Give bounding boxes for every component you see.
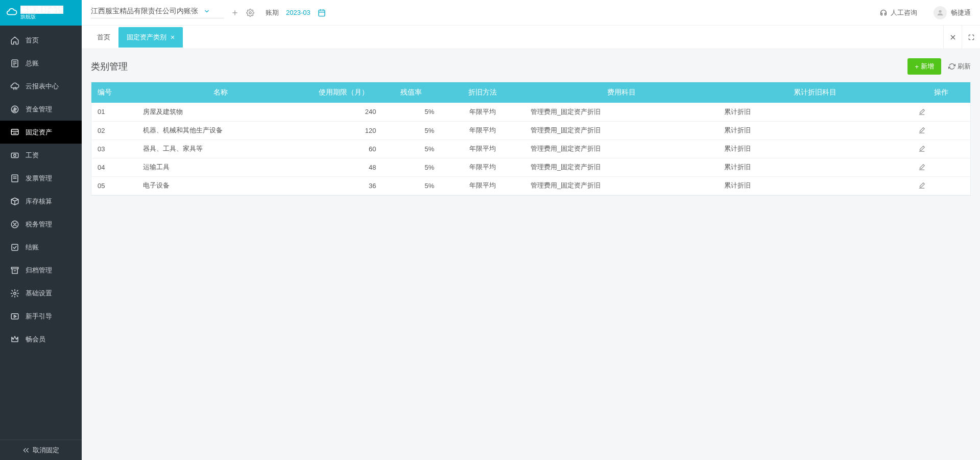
cell: 累计折旧 <box>718 140 912 158</box>
sidebar-item-label: 发票管理 <box>26 174 52 183</box>
sidebar-item-report[interactable]: 云报表中心 <box>0 75 82 98</box>
cell: 累计折旧 <box>718 158 912 176</box>
column-header: 名称 <box>137 82 305 103</box>
avatar <box>934 6 947 19</box>
cell: 36 <box>305 176 383 195</box>
edit-icon[interactable] <box>918 164 964 171</box>
sidebar-item-salary[interactable]: 工资 <box>0 144 82 167</box>
sidebar-item-label: 税务管理 <box>26 220 52 229</box>
edit-icon[interactable] <box>918 127 964 134</box>
calendar-icon[interactable] <box>318 9 326 17</box>
cell: 01 <box>91 103 137 121</box>
sidebar-item-label: 库存核算 <box>26 197 52 206</box>
sidebar-item-vip[interactable]: 畅会员 <box>0 328 82 351</box>
archive-icon <box>10 266 19 275</box>
cell: 120 <box>305 121 383 140</box>
svg-point-12 <box>14 154 16 156</box>
cell-actions <box>912 121 970 140</box>
cell: 器具、工具、家具等 <box>137 140 305 158</box>
svg-marker-22 <box>14 315 17 317</box>
cell: 管理费用_固定资产折旧 <box>524 103 719 121</box>
cell-actions <box>912 158 970 176</box>
cell: 年限平均 <box>440 158 524 176</box>
tab-label: 固定资产类别 <box>127 33 166 42</box>
report-icon <box>10 82 19 91</box>
tab-0[interactable]: 首页 <box>89 27 118 48</box>
edit-icon[interactable] <box>918 108 964 116</box>
page-title: 类别管理 <box>91 60 128 73</box>
content: 类别管理 + 新增 刷新 编号名称使用期限（月）残值率折旧方法费用科目累计折旧科… <box>82 49 980 460</box>
cell: 年限平均 <box>440 140 524 158</box>
column-header: 操作 <box>912 82 970 103</box>
column-header: 残值率 <box>382 82 440 103</box>
svg-rect-8 <box>11 129 18 135</box>
cell-actions <box>912 103 970 121</box>
topbar: 江西服宝精品有限责任公司内账张 账期 2023-03 人工咨询 <box>82 0 980 26</box>
support-link[interactable]: 人工咨询 <box>879 8 917 17</box>
settings-icon <box>10 289 19 298</box>
company-selector[interactable]: 江西服宝精品有限责任公司内账张 <box>91 7 224 18</box>
sidebar-item-label: 结账 <box>26 243 39 252</box>
cell: 5% <box>382 176 440 195</box>
sidebar-item-close[interactable]: 结账 <box>0 236 82 259</box>
tab-1[interactable]: 固定资产类别× <box>118 27 183 48</box>
sidebar-item-label: 总账 <box>26 59 39 68</box>
cell: 5% <box>382 103 440 121</box>
svg-rect-26 <box>319 10 325 16</box>
sidebar-item-label: 归档管理 <box>26 266 52 275</box>
user-menu[interactable]: 畅捷通 <box>934 6 971 19</box>
sidebar-item-inventory[interactable]: 库存核算 <box>0 190 82 213</box>
cell-actions <box>912 140 970 158</box>
brand-logo[interactable]: 畅捷通好会计 旗舰版 <box>0 0 82 26</box>
sidebar-item-guide[interactable]: 新手引导 <box>0 305 82 328</box>
column-header: 折旧方法 <box>440 82 524 103</box>
sidebar-item-invoice[interactable]: 发票管理 <box>0 167 82 190</box>
cell: 管理费用_固定资产折旧 <box>524 158 719 176</box>
sidebar-item-archive[interactable]: 归档管理 <box>0 259 82 282</box>
sidebar-item-ledger[interactable]: 总账 <box>0 52 82 75</box>
cell: 累计折旧 <box>718 121 912 140</box>
fullscreen-button[interactable] <box>962 26 980 49</box>
sidebar-item-label: 固定资产 <box>26 128 52 137</box>
refresh-button[interactable]: 刷新 <box>948 62 971 71</box>
add-button[interactable]: + 新增 <box>907 58 941 75</box>
add-company-button[interactable] <box>231 9 239 17</box>
sidebar-item-settings[interactable]: 基础设置 <box>0 282 82 305</box>
cell: 04 <box>91 158 137 176</box>
company-name: 江西服宝精品有限责任公司内账张 <box>91 7 198 16</box>
sidebar-item-asset[interactable]: 固定资产 <box>0 121 82 144</box>
username: 畅捷通 <box>951 8 971 17</box>
headset-icon <box>879 9 888 17</box>
column-header: 累计折旧科目 <box>718 82 912 103</box>
settings-button[interactable] <box>246 9 254 17</box>
sidebar-item-tax[interactable]: 税务管理 <box>0 213 82 236</box>
sidebar-item-home[interactable]: 首页 <box>0 29 82 52</box>
tab-label: 首页 <box>97 33 110 42</box>
close-tab-button[interactable] <box>943 26 962 49</box>
close-icon[interactable]: × <box>171 34 175 41</box>
main: 江西服宝精品有限责任公司内账张 账期 2023-03 人工咨询 <box>82 0 980 460</box>
cell: 累计折旧 <box>718 176 912 195</box>
edit-icon[interactable] <box>918 145 964 152</box>
inventory-icon <box>10 197 19 206</box>
asset-icon <box>10 128 19 137</box>
table-row: 03器具、工具、家具等605%年限平均管理费用_固定资产折旧累计折旧 <box>91 140 970 158</box>
cell: 管理费用_固定资产折旧 <box>524 176 719 195</box>
cell: 年限平均 <box>440 103 524 121</box>
sidebar-collapse-toggle[interactable]: 取消固定 <box>0 440 82 460</box>
collapse-icon <box>22 447 30 454</box>
table-row: 04运输工具485%年限平均管理费用_固定资产折旧累计折旧 <box>91 158 970 176</box>
cell: 02 <box>91 121 137 140</box>
sidebar-item-label: 资金管理 <box>26 105 52 114</box>
svg-rect-21 <box>11 313 18 319</box>
close-icon <box>10 243 19 252</box>
cell: 电子设备 <box>137 176 305 195</box>
cell: 房屋及建筑物 <box>137 103 305 121</box>
edit-icon[interactable] <box>918 182 964 189</box>
sidebar-collapse-label: 取消固定 <box>33 446 59 455</box>
ledger-icon <box>10 59 19 68</box>
period-value[interactable]: 2023-03 <box>286 9 310 16</box>
salary-icon <box>10 151 19 160</box>
sidebar-item-fund[interactable]: 资金管理 <box>0 98 82 121</box>
cell: 运输工具 <box>137 158 305 176</box>
